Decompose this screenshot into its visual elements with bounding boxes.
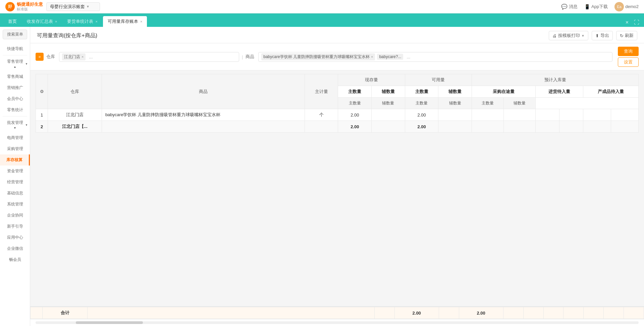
export-icon: ⬆ [595,33,599,38]
row-inc-aux [559,109,583,121]
message-icon: 💬 [561,4,568,10]
table-row: 1 江北门店 babycare学饮杯 儿童防摔防撞吸管杯重力球吸嘴杯宝宝水杯 个… [36,109,639,121]
sidebar-item-marketing[interactable]: 营销推广 [0,82,30,93]
tab-shoufa[interactable]: 收发存汇总表 × [22,16,62,27]
logo-text: 畅捷通好生意 [17,2,43,7]
scrollbar-track[interactable] [36,321,639,324]
avatar: Ea [614,2,624,11]
sidebar-item-appstore[interactable]: 应用中心 [0,232,30,243]
search-menu-btn[interactable]: 搜索菜单 [3,30,27,39]
sidebar-item-system[interactable]: 系统管理 [0,199,30,210]
company-selector[interactable]: 母婴行业演示账套 ▼ [46,2,100,11]
page-actions: 🖨 按模板打印 ▼ ⬆ 导出 ↻ 刷新 [549,31,637,40]
fullscreen-btn[interactable]: ⛶ [633,18,641,27]
sidebar-item-wechat-label: 企业微信 [7,246,23,251]
total-empty-3 [374,307,394,319]
refresh-label: 刷新 [625,33,634,39]
sidebar-item-appstore-label: 应用中心 [7,235,23,240]
sidebar-item-finance[interactable]: 资金管理 [0,166,30,177]
goods-tag-2-text: babycare?... [379,54,401,59]
sidebar-item-basic[interactable]: 基础信息 [0,188,30,199]
sidebar-item-vip[interactable]: 畅会员 [0,254,30,265]
row-fin-main [583,109,611,121]
sidebar-item-finance-label: 资金管理 [7,168,23,174]
main-layout: 搜索菜单 快捷导航 零售管理 ▲ 零售商城 营销推广 会员中心 零售统计 [0,27,644,326]
row-available-main: 2.00 [405,109,438,121]
warehouse-col-header: 仓库 [48,74,102,109]
sidebar-item-wholesale[interactable]: 批发管理 ▼ [0,117,30,132]
row-stock-main: 2.00 [338,109,372,121]
sidebar-item-retail[interactable]: 零售管理 ▲ [0,56,30,71]
sidebar-item-operations[interactable]: 经营管理 [0,177,30,188]
group-num: 2 [36,121,48,133]
sidebar-item-wechat[interactable]: 企业微信 [0,243,30,254]
warehouse-more-btn[interactable]: ... [89,54,93,59]
pt-main-header: 主数量 [338,98,372,109]
print-icon: 🖨 [552,33,557,38]
tab-kucun-close[interactable]: × [140,19,142,24]
pt-aux-header: 辅数量 [372,98,405,109]
sidebar-item-ecommerce-label: 电商管理 [7,135,23,141]
available-main-header: 主数量 [405,86,438,98]
sidebar-item-newguide[interactable]: 新手引导 [0,221,30,232]
print-label: 按模板打印 [558,33,580,39]
goods-filter-area[interactable]: babycare学饮杯 儿童防摔防撞吸管杯重力球吸嘴杯宝宝水杯 × babyca… [258,52,612,62]
nav-tab-right: × ⛶ [624,18,641,27]
app-download-btn[interactable]: 📱 App下载 [584,4,608,10]
fin-aux-header: 辅数量 [503,98,535,109]
query-btn[interactable]: 查询 [618,47,639,56]
setting-btn[interactable]: 设置 [618,57,639,67]
total-empty-2 [88,307,375,319]
settings-icon[interactable]: ⚙ [40,89,44,94]
goods-tag-1-remove[interactable]: × [371,55,373,59]
sidebar-item-purchase[interactable]: 采购管理 [0,143,30,154]
logo-icon: 好 [5,2,15,11]
warehouse-tag-remove[interactable]: × [82,55,84,59]
total-available-main: 2.00 [459,307,503,319]
print-btn[interactable]: 🖨 按模板打印 ▼ [549,31,588,40]
table-group-row: 2 江北门店【... 2.00 2.00 [36,121,639,133]
refresh-btn[interactable]: ↻ 刷新 [616,31,637,40]
sidebar-item-inventory[interactable]: 库存核算 [0,154,30,166]
message-btn[interactable]: 💬 消息 [561,4,578,10]
sidebar-item-stats[interactable]: 零售统计 [0,104,30,115]
scrollbar-thumb[interactable] [76,321,143,324]
tab-yaohuo-close[interactable]: × [95,19,97,24]
nav-tabs: 首页 收发存汇总表 × 要货单统计表 × 可用量库存账本 × × ⛶ [0,13,644,27]
sidebar-quick-nav[interactable]: 快捷导航 [0,43,30,54]
close-window-btn[interactable]: × [624,18,630,27]
filter-expand-btn[interactable]: » [36,53,44,61]
sidebar-item-marketing-label: 营销推广 [7,85,23,91]
goods-col-header: 商品 [102,74,305,109]
tab-shoufa-close[interactable]: × [55,19,57,24]
company-chevron-icon: ▼ [86,5,90,8]
sidebar-item-operations-label: 经营管理 [7,179,23,185]
warehouse-filter-area[interactable]: 江北门店 × ... [59,52,239,62]
total-inc-main [564,307,584,319]
tab-home[interactable]: 首页 [3,16,21,27]
export-btn[interactable]: ⬆ 导出 [592,31,613,40]
goods-more-btn[interactable]: ... [407,54,410,59]
row-pt-main [472,109,504,121]
available-col-header: 可用量 [405,74,472,86]
sidebar-item-member[interactable]: 会员中心 [0,93,30,104]
total-table: 合计 2.00 2.00 [30,307,644,319]
total-stock-aux [439,307,459,319]
sidebar-item-ecommerce[interactable]: 电商管理 [0,132,30,143]
row-num: 1 [36,109,48,121]
sidebar-item-collab[interactable]: 企业协同 [0,210,30,221]
tab-kucun[interactable]: 可用量库存账本 × [103,16,147,27]
row-stock-aux [372,109,405,121]
user-area[interactable]: Ea demo2 [614,2,639,11]
sidebar-item-inventory-label: 库存核算 [6,157,22,163]
phone-icon: 📱 [584,4,590,9]
table-container: ⚙ 仓库 商品 主计量 现存量 可用量 预计入库量 主数量 辅数量 主数量 辅数… [30,71,644,306]
group-stock-aux [372,121,405,133]
total-label: 合计 [43,307,88,319]
table-footer-area: 合计 2.00 2.00 [30,306,644,326]
goods-label: 商品 [246,54,254,60]
sidebar-item-mall[interactable]: 零售商城 [0,71,30,82]
page-title: 可用量查询(按仓库+商品) [37,32,97,39]
logo-area: 好 畅捷通好生意 标准版 [5,2,43,11]
tab-yaohuo[interactable]: 要货单统计表 × [62,16,102,27]
